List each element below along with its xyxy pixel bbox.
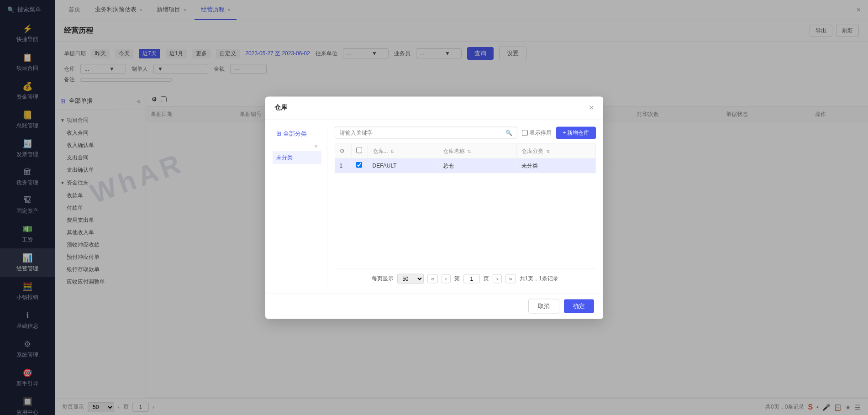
modal-row-code: DEFAULT — [368, 158, 438, 173]
modal-page-suffix: 页 — [484, 275, 489, 283]
modal-search-input[interactable] — [340, 130, 503, 136]
th-modal-category: 仓库分类 ⇅ — [517, 144, 595, 158]
modal-select-all[interactable] — [356, 147, 362, 153]
modal-right-panel: 🔍 显示停用 + 新增仓库 ⚙ 仓库... ⇅ 仓库名称 ⇅ 仓库分类 ⇅ — [327, 126, 596, 285]
show-disabled-label: 显示停用 — [530, 129, 552, 137]
grid-icon: ⊞ — [276, 130, 281, 137]
modal-body: ⊞ 全部分类 « 未分类 🔍 显示停用 — [265, 119, 603, 293]
modal-cancel-button[interactable]: 取消 — [528, 299, 559, 313]
modal-row-name: 总仓 — [438, 158, 517, 173]
modal-left-items: 未分类 — [273, 151, 321, 164]
modal-left-panel: ⊞ 全部分类 « 未分类 — [273, 126, 327, 285]
modal-page-label: 第 — [454, 275, 460, 283]
modal-pagination: 每页显示 50 « ‹ 第 页 › » 共1页，1条记录 — [335, 268, 596, 285]
th-modal-code: 仓库... ⇅ — [368, 144, 438, 158]
modal-first-page-btn[interactable]: « — [427, 274, 438, 283]
modal-collapse-icon[interactable]: « — [314, 142, 317, 149]
modal-page-input[interactable] — [463, 274, 480, 283]
modal-search-icon: 🔍 — [505, 130, 512, 136]
modal-toolbar: 🔍 显示停用 + 新增仓库 — [335, 126, 596, 139]
modal-row-num: 1 — [335, 158, 351, 173]
modal-table-header-row: ⚙ 仓库... ⇅ 仓库名称 ⇅ 仓库分类 ⇅ — [335, 144, 595, 158]
modal-category-unclassified[interactable]: 未分类 — [273, 151, 321, 164]
modal-all-categories[interactable]: ⊞ 全部分类 — [273, 126, 321, 140]
modal-add-button[interactable]: + 新增仓库 — [556, 126, 595, 139]
modal-table-row[interactable]: 1 DEFAULT 总仓 未分类 — [335, 158, 595, 173]
modal-row-checkbox[interactable] — [351, 158, 368, 173]
modal-confirm-button[interactable]: 确定 — [564, 299, 594, 313]
modal-footer: 取消 确定 — [265, 293, 603, 319]
modal-header: 仓库 × — [265, 96, 603, 119]
warehouse-modal: 仓库 × ⊞ 全部分类 « 未分类 🔍 — [265, 96, 603, 319]
th-modal-settings: ⚙ — [335, 144, 351, 158]
modal-search-box[interactable]: 🔍 — [335, 127, 518, 139]
modal-title: 仓库 — [274, 104, 287, 112]
modal-per-page-label: 每页显示 — [372, 275, 394, 283]
th-modal-name: 仓库名称 ⇅ — [438, 144, 517, 158]
modal-last-page-btn[interactable]: » — [505, 274, 516, 283]
modal-row-category: 未分类 — [517, 158, 595, 173]
th-modal-checkbox — [351, 144, 368, 158]
modal-per-page-select[interactable]: 50 — [397, 273, 424, 284]
modal-next-page-btn[interactable]: › — [493, 274, 502, 283]
modal-total-label: 共1页，1条记录 — [520, 275, 558, 283]
show-disabled-checkbox[interactable] — [522, 130, 528, 136]
modal-all-categories-label: 全部分类 — [283, 129, 307, 137]
modal-close-icon[interactable]: × — [589, 103, 594, 112]
modal-prev-page-btn[interactable]: ‹ — [442, 274, 451, 283]
category-unclassified-label: 未分类 — [276, 154, 293, 160]
modal-table: ⚙ 仓库... ⇅ 仓库名称 ⇅ 仓库分类 ⇅ 1 DEFAULT 总仓 未分类 — [335, 143, 596, 173]
modal-show-disabled-checkbox[interactable]: 显示停用 — [522, 129, 552, 137]
